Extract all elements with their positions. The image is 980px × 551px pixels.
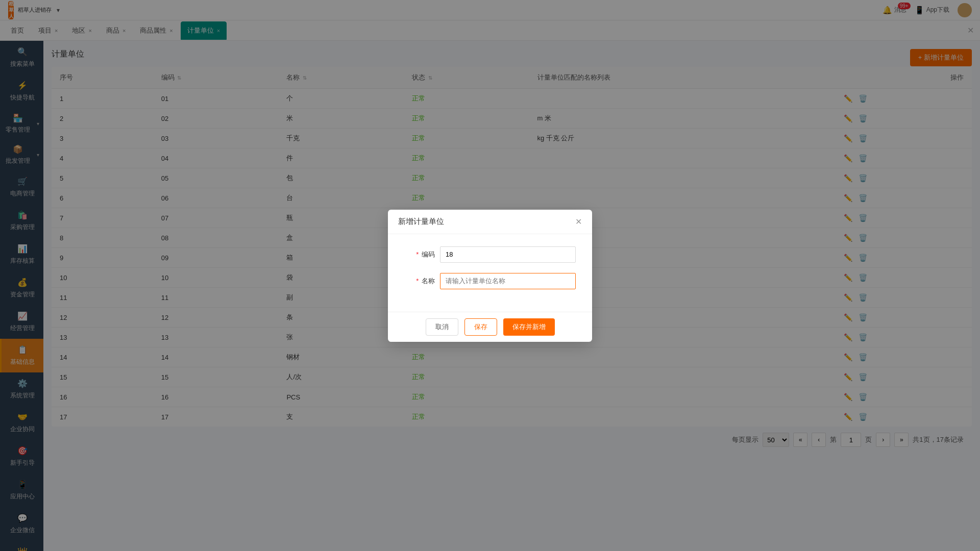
modal-footer: 取消 保存 保存并新增 [388, 312, 592, 342]
modal-title: 新增计量单位 [398, 217, 444, 227]
save-button[interactable]: 保存 [464, 318, 497, 336]
name-label: * 名称 [404, 277, 435, 286]
modal-overlay[interactable]: 新增计量单位 ✕ * 编码 * 名称 取消 保存 保存并新增 [0, 0, 980, 551]
save-new-button[interactable]: 保存并新增 [503, 318, 555, 336]
modal-header: 新增计量单位 ✕ [388, 210, 592, 234]
code-form-row: * 编码 [404, 246, 576, 263]
code-label: * 编码 [404, 250, 435, 259]
name-input[interactable] [440, 273, 576, 289]
modal-body: * 编码 * 名称 [388, 234, 592, 312]
code-input[interactable] [440, 246, 576, 263]
name-form-row: * 名称 [404, 273, 576, 289]
modal-close-btn[interactable]: ✕ [575, 217, 582, 227]
add-unit-modal: 新增计量单位 ✕ * 编码 * 名称 取消 保存 保存并新增 [388, 210, 592, 342]
cancel-button[interactable]: 取消 [426, 318, 458, 336]
